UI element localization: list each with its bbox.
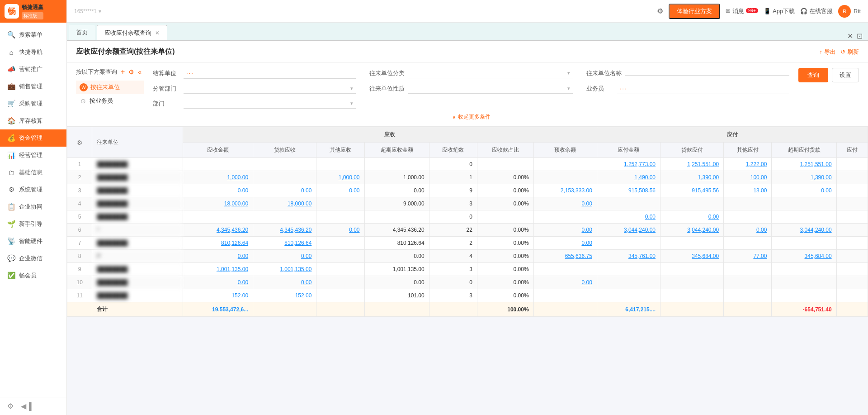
cell-ap-loan[interactable]: 915,495.56 bbox=[660, 184, 724, 197]
cell-ar-other[interactable] bbox=[316, 250, 364, 263]
tab-ar-ap[interactable]: 应收应付余额查询 ✕ bbox=[97, 25, 167, 40]
th-settings[interactable]: ⚙ bbox=[67, 127, 92, 158]
cell-ar-other[interactable]: 1,000.00 bbox=[316, 171, 364, 184]
settlement-unit-input[interactable]: ··· bbox=[184, 68, 356, 79]
cell-ap-amount[interactable]: 345,761.00 bbox=[597, 250, 660, 263]
tab-home[interactable]: 首页 bbox=[69, 25, 95, 40]
sidebar-item-marketing[interactable]: 📣 营销推广 bbox=[0, 61, 66, 78]
cell-ar-prepay[interactable] bbox=[533, 289, 597, 302]
cell-ar-other[interactable]: 0.00 bbox=[316, 224, 364, 237]
cell-ap-other[interactable]: 13.00 bbox=[724, 184, 772, 197]
sidebar-item-enterprise[interactable]: 📋 企业协同 bbox=[0, 198, 66, 215]
cell-ar-other[interactable] bbox=[316, 263, 364, 276]
cell-ap-amount[interactable]: 3,044,240.00 bbox=[597, 224, 660, 237]
tab-close-icon[interactable]: ✕ bbox=[155, 30, 160, 36]
cell-ar-prepay[interactable]: 0.00 bbox=[533, 197, 597, 210]
cell-ap-other[interactable]: 0.00 bbox=[724, 224, 772, 237]
scheme-item-salesperson[interactable]: ⊙ 按业务员 bbox=[76, 94, 144, 108]
cell-ar-other[interactable] bbox=[316, 158, 364, 171]
cell-ap-amount[interactable] bbox=[597, 276, 660, 289]
partner-nature-input[interactable]: ▾ bbox=[408, 84, 572, 94]
cell-ar-prepay[interactable]: 0.00 bbox=[533, 237, 597, 250]
cell-ar-amount[interactable] bbox=[183, 210, 253, 224]
topbar-gear-icon[interactable]: ⚙ bbox=[657, 7, 663, 15]
cell-ap-loan[interactable] bbox=[660, 237, 724, 250]
sidebar-item-search[interactable]: 🔍 搜索菜单 bbox=[0, 26, 66, 43]
cell-ar-prepay[interactable] bbox=[533, 210, 597, 224]
cell-ap-other[interactable] bbox=[724, 210, 772, 224]
cell-ar-prepay[interactable] bbox=[533, 263, 597, 276]
cell-ap-overdue[interactable] bbox=[772, 289, 836, 302]
sidebar-item-hardware[interactable]: 📡 智能硬件 bbox=[0, 233, 66, 250]
footer-ap-amount[interactable]: 6,417,215.... bbox=[597, 302, 660, 317]
cell-ap-amount[interactable] bbox=[597, 237, 660, 250]
cell-ar-loan[interactable]: 152.00 bbox=[253, 289, 316, 302]
cell-ap-other[interactable] bbox=[724, 263, 772, 276]
cell-ar-amount[interactable]: 1,000.00 bbox=[183, 171, 253, 184]
scheme-back-icon[interactable]: « bbox=[138, 68, 142, 76]
cell-ar-prepay[interactable] bbox=[533, 158, 597, 171]
cell-ar-other[interactable] bbox=[316, 289, 364, 302]
app-download-button[interactable]: 📱 App下载 bbox=[764, 7, 795, 15]
cell-ap-overdue[interactable] bbox=[772, 197, 836, 210]
cell-ap-other[interactable]: 1,222.00 bbox=[724, 158, 772, 171]
cell-ap-amount[interactable] bbox=[597, 289, 660, 302]
cell-ap-amount[interactable]: 0.00 bbox=[597, 210, 660, 224]
partner-category-input[interactable]: ▾ bbox=[408, 68, 572, 78]
cell-ap-amount[interactable]: 915,508.56 bbox=[597, 184, 660, 197]
cell-ap-loan[interactable] bbox=[660, 276, 724, 289]
sidebar-item-purchase[interactable]: 🛒 采购管理 bbox=[0, 95, 66, 112]
cell-ap-loan[interactable] bbox=[660, 289, 724, 302]
cell-ap-loan[interactable]: 1,251,551.00 bbox=[660, 158, 724, 171]
cell-ar-loan[interactable] bbox=[253, 210, 316, 224]
sidebar-item-sales[interactable]: 💼 销售管理 bbox=[0, 78, 66, 95]
table-settings-icon[interactable]: ⚙ bbox=[77, 139, 83, 146]
cell-ap-other[interactable] bbox=[724, 289, 772, 302]
promo-button[interactable]: 体验行业方案 bbox=[669, 4, 720, 19]
close-window-icon[interactable]: ✕ bbox=[847, 32, 853, 40]
cell-ar-prepay[interactable]: 2,153,333.00 bbox=[533, 184, 597, 197]
cell-ar-prepay[interactable]: 0.00 bbox=[533, 276, 597, 289]
sidebar-item-inventory[interactable]: 🏠 库存核算 bbox=[0, 112, 66, 129]
cell-ar-other[interactable]: 0.00 bbox=[316, 184, 364, 197]
refresh-button[interactable]: ↺ 刷新 bbox=[840, 48, 859, 56]
sidebar-item-quick-nav[interactable]: ⌂ 快捷导航 bbox=[0, 43, 66, 61]
cell-ar-amount[interactable]: 1,001,135.00 bbox=[183, 263, 253, 276]
cell-ar-other[interactable] bbox=[316, 276, 364, 289]
cell-ap-overdue[interactable] bbox=[772, 237, 836, 250]
cell-ar-loan[interactable]: 0.00 bbox=[253, 184, 316, 197]
sidebar-item-basic[interactable]: 🗂 基础信息 bbox=[0, 164, 66, 181]
cell-ap-loan[interactable]: 0.00 bbox=[660, 210, 724, 224]
service-button[interactable]: 🎧 在线客服 bbox=[800, 7, 833, 15]
cell-ar-loan[interactable]: 1,001,135.00 bbox=[253, 263, 316, 276]
cell-ar-prepay[interactable]: 655,636.75 bbox=[533, 250, 597, 263]
cell-ar-loan[interactable] bbox=[253, 171, 316, 184]
query-button[interactable]: 查询 bbox=[798, 68, 828, 82]
sidebar-item-management[interactable]: 📊 经营管理 bbox=[0, 147, 66, 164]
dept-manager-input[interactable]: ▾ bbox=[184, 84, 356, 94]
cell-ar-amount[interactable] bbox=[183, 158, 253, 171]
scheme-item-partner[interactable]: W 按往来单位 bbox=[76, 81, 144, 94]
cell-ar-other[interactable] bbox=[316, 197, 364, 210]
cell-ar-amount[interactable]: 810,126.64 bbox=[183, 237, 253, 250]
set-button[interactable]: 设置 bbox=[832, 68, 859, 82]
sidebar-item-wechat[interactable]: 💬 企业微信 bbox=[0, 250, 66, 267]
cell-ap-amount[interactable]: 1,252,773.00 bbox=[597, 158, 660, 171]
cell-ap-amount[interactable] bbox=[597, 263, 660, 276]
cell-ar-amount[interactable]: 4,345,436.20 bbox=[183, 224, 253, 237]
cell-ap-overdue[interactable]: 3,044,240.00 bbox=[772, 224, 836, 237]
message-button[interactable]: ✉ 消息 99+ bbox=[726, 7, 758, 15]
salesperson-input[interactable]: ··· bbox=[617, 83, 789, 94]
cell-ar-other[interactable] bbox=[316, 210, 364, 224]
cell-ar-loan[interactable]: 0.00 bbox=[253, 250, 316, 263]
cell-ap-other[interactable] bbox=[724, 276, 772, 289]
collapse-more-btn[interactable]: ∧ 收起更多条件 bbox=[153, 113, 789, 121]
sidebar-item-guide[interactable]: 🌱 新手引导 bbox=[0, 215, 66, 233]
footer-ar-amount[interactable]: 19,553,472,6... bbox=[183, 302, 253, 317]
cell-ap-other[interactable]: 100.00 bbox=[724, 171, 772, 184]
cell-ap-loan[interactable]: 1,390.00 bbox=[660, 171, 724, 184]
cell-ar-prepay[interactable] bbox=[533, 171, 597, 184]
cell-ar-amount[interactable]: 18,000.00 bbox=[183, 197, 253, 210]
cell-ap-overdue[interactable]: 1,390.00 bbox=[772, 171, 836, 184]
cell-ap-overdue[interactable]: 1,251,551.00 bbox=[772, 158, 836, 171]
